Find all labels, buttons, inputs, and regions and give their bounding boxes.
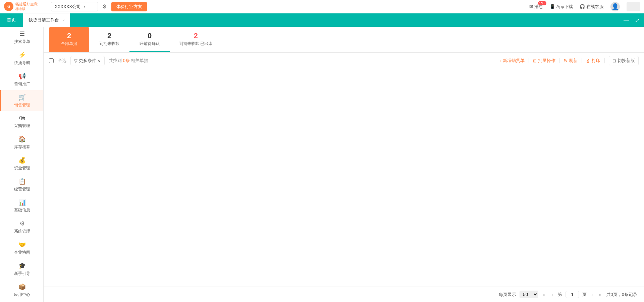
sidebar-item-appcenter[interactable]: 📦 应用中心 [0,280,43,301]
sidebar-item-label: 库存核算 [14,144,30,150]
user-name-placeholder [627,2,640,11]
company-selector[interactable]: XXXXXX公司 ▼ [51,2,98,11]
finance-icon: 💰 [18,157,26,164]
pagination-bar: 每页显示 50 100 200 « ‹ 第 页 › » 共0页，0条记录 [44,287,644,302]
sidebar-item-search[interactable]: ☰ 搜索菜单 [0,27,43,48]
page-next-button[interactable]: › [590,291,594,298]
settings-icon[interactable]: ⚙ [101,2,108,11]
found-prefix: 共找到 [109,58,122,63]
sidebar-item-quicknav[interactable]: ⚡ 快捷导航 [0,48,43,69]
found-text: 共找到 0条 相关单据 [109,58,148,64]
batch-label: 批量操作 [538,58,555,64]
tab-bar: 首页 钱货日清工作台 × — ⤢ [0,13,644,27]
sidebar-item-label: 新手引导 [14,271,30,277]
toolbar: 全选 ▽ 更多条件 ∨ 共找到 0条 相关单据 + 新增销货单 ⊞ 批量操作 [44,53,644,69]
batch-operation-button[interactable]: ⊞ 批量操作 [533,58,555,64]
tab-qhrq[interactable]: 钱货日清工作台 × [23,13,70,27]
tab-home[interactable]: 首页 [0,13,23,27]
stat-num-wangpu: 0 [139,32,160,40]
avatar[interactable]: 👤 [610,2,620,11]
sales-icon: 🛒 [18,94,26,101]
sidebar-item-operations[interactable]: 📋 经营管理 [0,174,43,195]
experience-button[interactable]: 体验行业方案 [111,2,147,11]
online-service-button[interactable]: 🎧 在线客服 [580,4,604,10]
basicinfo-icon: 📊 [18,199,26,206]
sidebar-item-label: 应用中心 [14,292,30,298]
add-sales-button[interactable]: + 新增销货单 [499,58,525,64]
guide-icon: 🎓 [18,262,26,269]
select-all-checkbox[interactable] [49,58,54,63]
page-prev-button[interactable]: ‹ [550,291,554,298]
logo-icon: 6 [4,2,13,11]
sidebar-item-label: 经营管理 [14,186,30,192]
filter-label: 更多条件 [79,58,96,64]
logo-sub: 标准版 [15,7,38,11]
online-service-icon: 🎧 [580,4,585,9]
more-filter-button[interactable]: ▽ 更多条件 ∨ [70,56,105,65]
stat-tab-overdue[interactable]: 2 到期未收款 [89,27,129,52]
switch-label: 切换新版 [618,58,635,64]
select-all-label: 全选 [58,58,66,64]
stat-num-overdue: 2 [99,32,120,40]
sidebar-item-label: 采购管理 [14,123,30,129]
per-page-select[interactable]: 50 100 200 [520,291,538,298]
toolbar-divider-2 [559,58,560,63]
sidebar-item-enterprise[interactable]: 🤝 企业协同 [0,238,43,259]
logo-area: 6 畅捷通好生意 标准版 [4,2,48,11]
sidebar-item-label: 系统管理 [14,229,30,234]
header-right: ✉ 消息 99+ 📱 App下载 🎧 在线客服 👤 [529,2,640,11]
sidebar-item-sales[interactable]: 🛒 销售管理 [0,90,43,111]
system-icon: ⚙ [19,220,25,227]
sidebar-item-system[interactable]: ⚙ 系统管理 [0,217,43,238]
content-area: 2 全部单据 2 到期未收款 0 旺铺待确认 2 到期未收款 已出库 全选 ▽ … [44,27,644,302]
add-label: 新增销货单 [503,58,525,64]
app-download-label: App下载 [556,4,573,10]
batch-icon: ⊞ [533,58,537,63]
app-download-icon: 📱 [550,4,555,9]
page-last-button[interactable]: » [598,291,603,298]
print-icon: 🖨 [586,58,590,63]
tab-maximize-icon[interactable]: ⤢ [634,16,641,25]
sidebar-item-guide[interactable]: 🎓 新手引导 [0,259,43,280]
marketing-icon: 📢 [18,72,26,80]
enterprise-icon: 🤝 [18,241,26,248]
sidebar-item-basicinfo[interactable]: 📊 基础信息 [0,195,43,217]
sidebar-item-finance[interactable]: 💰 资金管理 [0,153,43,174]
page-first-button[interactable]: « [542,291,547,298]
print-button[interactable]: 🖨 打印 [586,58,600,64]
sidebar-item-marketing[interactable]: 📢 营销推广 [0,69,43,90]
stat-tab-all[interactable]: 2 全部单据 [49,27,89,52]
tab-close-icon[interactable]: × [62,18,64,22]
stat-label-overdue: 到期未收款 [99,41,120,47]
refresh-label: 刷新 [569,58,578,64]
toolbar-divider-4 [604,58,605,63]
stat-tab-wangpu[interactable]: 0 旺铺待确认 [129,27,170,52]
sidebar-item-inventory[interactable]: 🏠 库存核算 [0,132,43,153]
tab-minimize-icon[interactable]: — [622,16,630,24]
sidebar-item-label: 资金管理 [14,165,30,171]
stat-tab-shipped[interactable]: 2 到期未收款 已出库 [170,27,222,52]
per-page-label: 每页显示 [499,292,516,298]
appcenter-icon: 📦 [18,283,26,291]
found-suffix: 相关单据 [131,58,148,63]
search-menu-icon: ☰ [19,30,25,38]
main-layout: ☰ 搜索菜单 ⚡ 快捷导航 📢 营销推广 🛒 销售管理 🛍 采购管理 🏠 库存核… [0,27,644,302]
sidebar-item-label: 企业协同 [14,250,30,255]
app-download-button[interactable]: 📱 App下载 [550,4,573,10]
stat-label-wangpu: 旺铺待确认 [139,41,160,47]
sidebar-item-label: 销售管理 [14,102,30,108]
inventory-icon: 🏠 [18,135,26,143]
sidebar-item-purchase[interactable]: 🛍 采购管理 [0,111,43,132]
page-unit: 页 [582,292,587,298]
switch-new-version-button[interactable]: ⊡ 切换新版 [609,56,639,65]
message-badge: 99+ [538,1,546,5]
refresh-icon: ↻ [564,58,568,63]
message-button[interactable]: ✉ 消息 99+ [529,4,543,10]
refresh-button[interactable]: ↻ 刷新 [564,58,578,64]
page-number-input[interactable] [566,291,579,298]
stats-tabs: 2 全部单据 2 到期未收款 0 旺铺待确认 2 到期未收款 已出库 [44,27,644,53]
sidebar-item-label: 基础信息 [14,207,30,213]
sidebar-item-label: 搜索菜单 [14,39,30,45]
operations-icon: 📋 [18,178,26,185]
sidebar-item-label: 营销推广 [14,81,30,87]
